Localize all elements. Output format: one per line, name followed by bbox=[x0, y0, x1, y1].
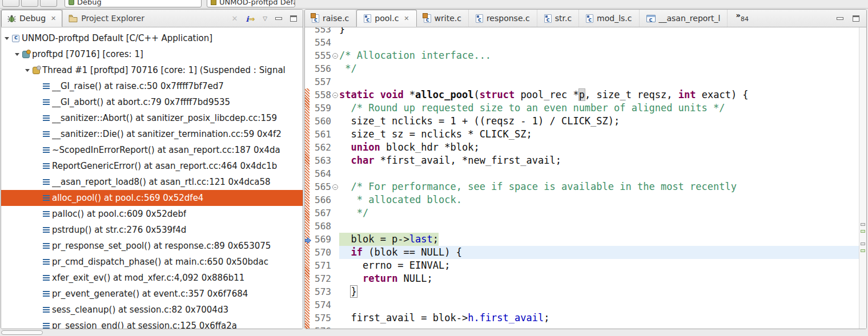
toolbar-button[interactable] bbox=[40, 0, 57, 7]
gutter[interactable]: 568 bbox=[305, 220, 339, 233]
code-text[interactable]: first_avail = blok->h.first_avail; bbox=[339, 311, 859, 325]
gutter[interactable]: 561 bbox=[305, 128, 339, 141]
stack-frame-row[interactable]: pr_response_set_pool() at response.c:89 … bbox=[1, 238, 303, 254]
fold-collapse-icon[interactable] bbox=[332, 92, 338, 98]
code-text[interactable] bbox=[339, 167, 859, 180]
process-row[interactable]: proftpd [70716] [cores: 1] bbox=[1, 46, 303, 62]
gutter[interactable]: 553 bbox=[305, 27, 339, 36]
gutter[interactable]: 562 bbox=[305, 141, 339, 154]
gutter[interactable]: 556 bbox=[305, 62, 339, 75]
remove-all-terminated-icon[interactable]: ✕ bbox=[232, 14, 238, 23]
overview-mark[interactable] bbox=[861, 223, 865, 226]
code-text[interactable] bbox=[339, 325, 859, 329]
code-text[interactable] bbox=[339, 220, 859, 233]
close-icon[interactable]: ✕ bbox=[404, 15, 409, 22]
expand-arrow-icon[interactable] bbox=[15, 53, 22, 56]
editor-tab-response-c[interactable]: response.c bbox=[469, 10, 537, 27]
minimize-icon[interactable] bbox=[275, 17, 282, 20]
gutter[interactable]: 576 bbox=[305, 325, 339, 329]
toolbar-button[interactable] bbox=[21, 0, 38, 7]
minimize-icon[interactable] bbox=[837, 17, 843, 20]
tab-debug[interactable]: Debug ✕ bbox=[1, 10, 62, 27]
code-text[interactable] bbox=[339, 36, 859, 49]
code-text[interactable]: size_t nclicks = 1 + ((reqsz - 1) / CLIC… bbox=[339, 115, 859, 128]
editor-tab-asan-report-l[interactable]: __asan_report_l bbox=[640, 10, 728, 27]
editor-tab-overflow[interactable]: » 84 bbox=[728, 10, 748, 27]
code-text[interactable]: /* Round up requested size to an even nu… bbox=[339, 102, 859, 115]
gutter[interactable]: 566 bbox=[305, 193, 339, 207]
gutter[interactable]: 571 bbox=[305, 259, 339, 272]
gutter[interactable]: 559 bbox=[305, 102, 339, 115]
overview-mark[interactable] bbox=[861, 230, 865, 233]
code-text[interactable] bbox=[339, 298, 859, 311]
editor-tab-str-c[interactable]: str.c bbox=[537, 10, 579, 27]
gutter[interactable]: 564 bbox=[305, 167, 339, 180]
maximize-icon[interactable] bbox=[290, 15, 297, 22]
editor-tab-write-c[interactable]: write.c bbox=[417, 10, 469, 27]
code-text[interactable]: } bbox=[339, 285, 859, 298]
code-text[interactable]: } bbox=[339, 27, 859, 36]
stack-frame-row[interactable]: __asan_report_load8() at asan_rtl.cc:121… bbox=[1, 174, 303, 190]
toolbar-button[interactable] bbox=[2, 0, 19, 7]
gutter[interactable]: 558 bbox=[305, 88, 339, 102]
gutter[interactable]: 573 bbox=[305, 285, 339, 298]
code-text[interactable]: static void *alloc_pool(struct pool_rec … bbox=[339, 88, 859, 102]
horizontal-scrollbar[interactable] bbox=[1, 330, 43, 335]
gutter[interactable]: 555 bbox=[305, 49, 339, 62]
maximize-icon[interactable] bbox=[853, 15, 859, 22]
code-text[interactable]: if (blok == NULL) { bbox=[339, 246, 859, 259]
stack-frame-row[interactable]: pstrdup() at str.c:276 0x539f4d bbox=[1, 222, 303, 238]
gutter[interactable]: 574 bbox=[305, 298, 339, 311]
code-text[interactable]: blok = p->last; bbox=[339, 233, 859, 246]
code-text[interactable]: union block_hdr *blok; bbox=[339, 141, 859, 154]
gutter[interactable]: 557 bbox=[305, 75, 339, 88]
stack-frame-row[interactable]: ~ScopedInErrorReport() at asan_report.cc… bbox=[1, 142, 303, 158]
thread-row[interactable]: Thread #1 [proftpd] 70716 [core: 1] (Sus… bbox=[1, 62, 303, 78]
editor-tab-pool-c[interactable]: pool.c✕ bbox=[356, 10, 416, 27]
instruction-stepping-icon[interactable]: i⇒ bbox=[246, 13, 255, 24]
expand-arrow-icon[interactable] bbox=[5, 37, 12, 40]
code-text[interactable]: return NULL; bbox=[339, 272, 859, 285]
gutter[interactable]: 565 bbox=[305, 180, 339, 193]
gutter[interactable]: 560 bbox=[305, 115, 339, 128]
stack-frame-row[interactable]: xfer_exit_ev() at mod_xfer.c:4,092 0x886… bbox=[1, 270, 303, 286]
fold-collapse-icon[interactable] bbox=[332, 53, 338, 59]
editor-tab-mod-ls-c[interactable]: mod_ls.c bbox=[579, 10, 639, 27]
fold-collapse-icon[interactable] bbox=[332, 184, 338, 190]
gutter[interactable]: 567 bbox=[305, 207, 339, 220]
stack-frame-row[interactable]: alloc_pool() at pool.c:569 0x52dfe4 bbox=[1, 190, 303, 206]
launch-config-combo[interactable]: UNMOD-proftpd Default ▾ bbox=[207, 0, 295, 7]
launch-row[interactable]: UNMOD-proftpd Default [C/C++ Application… bbox=[1, 30, 303, 46]
stack-frame-row[interactable]: sess_cleanup() at session.c:82 0x7004d3 bbox=[1, 302, 303, 318]
view-menu-icon[interactable]: ▽ bbox=[263, 15, 267, 22]
overview-mark[interactable] bbox=[861, 242, 865, 245]
stack-frame-row[interactable]: __GI_abort() at abort.c:79 0x7ffff7bd953… bbox=[1, 94, 303, 110]
close-icon[interactable]: ✕ bbox=[51, 15, 56, 22]
stack-frame-row[interactable]: ReportGenericError() at asan_report.cc:4… bbox=[1, 158, 303, 174]
gutter[interactable]: 563 bbox=[305, 154, 339, 167]
code-text[interactable]: /* For performance, see if space is avai… bbox=[339, 180, 859, 193]
stack-frame-row[interactable]: __sanitizer::Abort() at sanitizer_posix_… bbox=[1, 110, 303, 126]
stack-frame-row[interactable]: pr_cmd_dispatch_phase() at main.c:650 0x… bbox=[1, 254, 303, 270]
stack-frame-row[interactable]: pr_session_end() at session.c:125 0x6ffa… bbox=[1, 318, 303, 329]
gutter[interactable]: 572 bbox=[305, 272, 339, 285]
stack-frame-row[interactable]: pr_event_generate() at event.c:357 0x6f7… bbox=[1, 286, 303, 302]
gutter[interactable]: 575 bbox=[305, 311, 339, 325]
code-text[interactable]: char *first_avail, *new_first_avail; bbox=[339, 154, 859, 167]
code-text[interactable]: size_t sz = nclicks * CLICK_SZ; bbox=[339, 128, 859, 141]
tab-project-explorer[interactable]: Project Explorer bbox=[62, 10, 150, 27]
code-text[interactable] bbox=[339, 75, 859, 88]
stack-frame-row[interactable]: __sanitizer::Die() at sanitizer_terminat… bbox=[1, 126, 303, 142]
editor-tab-raise-c[interactable]: raise.c bbox=[305, 10, 356, 27]
code-text[interactable]: * allocated block. bbox=[339, 193, 859, 207]
overview-ruler[interactable] bbox=[859, 27, 866, 329]
overview-mark[interactable] bbox=[861, 249, 865, 252]
perspective-combo[interactable]: Debug bbox=[65, 0, 202, 7]
code-text[interactable]: /* Allocation interface... bbox=[339, 49, 859, 62]
code-text[interactable]: */ bbox=[339, 207, 859, 220]
stack-frame-row[interactable]: palloc() at pool.c:609 0x52debf bbox=[1, 206, 303, 222]
code-text[interactable]: errno = EINVAL; bbox=[339, 259, 859, 272]
code-text[interactable]: */ bbox=[339, 62, 859, 75]
stack-frame-row[interactable]: __GI_raise() at raise.c:50 0x7ffff7bf7ed… bbox=[1, 78, 303, 94]
gutter[interactable]: 554 bbox=[305, 36, 339, 49]
